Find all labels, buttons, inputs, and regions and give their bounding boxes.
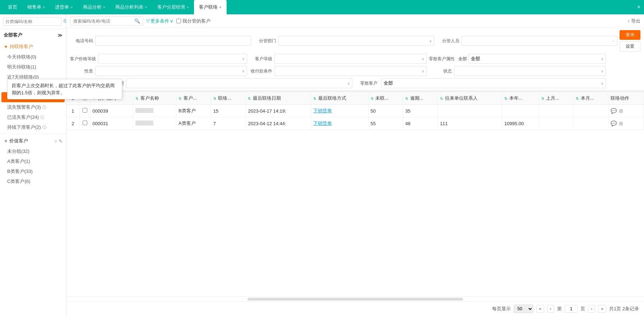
row-checkbox-1[interactable] xyxy=(83,121,87,125)
my-customers-checkbox[interactable]: 我分管的客户 xyxy=(176,18,210,24)
export-button[interactable]: ↑ 导出 xyxy=(628,18,641,24)
phone-input[interactable] xyxy=(95,36,251,46)
nav-close-sales[interactable]: × xyxy=(43,5,45,9)
filter-scatter-attr-cell: 零散客户属性 全部 全部 ∨ xyxy=(429,54,606,64)
nav-goods-list[interactable]: 商品分析列表 × xyxy=(110,0,152,14)
value-settings-icon[interactable]: ✎ xyxy=(59,138,62,144)
cell-last-method-1: 下销货单 xyxy=(311,117,368,130)
sidebar-search-input[interactable] xyxy=(3,17,62,26)
sidebar-search-icon[interactable]: 🔍 xyxy=(63,19,66,24)
price-level-label: 客户价格等级 xyxy=(70,56,98,62)
sort-icon-last-month: ⇅ xyxy=(541,96,544,100)
sidebar-churned[interactable]: 已流失客户(24) ⓘ xyxy=(0,112,66,122)
nav-close-customer-contact[interactable]: × xyxy=(219,5,221,9)
nature-select[interactable]: ∨ xyxy=(95,66,247,76)
last-method-link-0[interactable]: 下销货单 xyxy=(313,108,332,113)
nav-purchase[interactable]: 进货单 × xyxy=(50,0,78,14)
nav-home[interactable]: 首页 xyxy=(3,0,22,14)
content-area: 🔍 ▽ 更多条件 ∨ 我分管的客户 ↑ 导出 电话号码 xyxy=(66,14,644,316)
payment-select[interactable]: ∨ xyxy=(274,66,426,76)
row-checkbox-0[interactable] xyxy=(83,108,87,113)
sidebar-a-class[interactable]: A类客户(1) xyxy=(0,156,66,166)
sidebar-all-customers[interactable]: 全部客户 ≫ xyxy=(0,29,66,41)
action-more-0[interactable]: ⊞ xyxy=(619,108,623,114)
level-select[interactable]: ∨ xyxy=(274,54,426,64)
per-page-select[interactable]: 50 100 200 xyxy=(514,305,533,313)
pagination-bar: 每页显示 50 100 200 « ‹ 第 页 › » 共1页 2条记录 xyxy=(66,301,644,316)
cell-overdue-0: 35 xyxy=(403,105,438,117)
col-level: ⇅ 客户... xyxy=(176,92,211,105)
last-method-link-1[interactable]: 下销货单 xyxy=(313,121,332,126)
filter-payment-cell: 收付款条件 ∨ xyxy=(249,66,426,76)
dept-select[interactable]: ∨ xyxy=(278,36,434,46)
sidebar-divider xyxy=(0,134,66,134)
filter-search-input[interactable] xyxy=(73,19,134,24)
sidebar-value-group[interactable]: ▼ 价值客户 ○ ✎ xyxy=(0,136,66,146)
sidebar: 🔍 全部客户 ≫ ▼ 待联络客户 今天待联络(0) 明天待联络(1) 近7天待联… xyxy=(0,14,66,316)
sidebar-collapse-icon[interactable]: ≫ xyxy=(57,33,62,38)
cell-num-1: 2 xyxy=(66,117,79,130)
sort-icon-uncontacted: ⇅ xyxy=(371,96,374,100)
sidebar-search-bar: 🔍 xyxy=(0,14,66,29)
filter-search-box: 🔍 xyxy=(70,16,143,25)
cell-code-1: 000031 xyxy=(90,117,133,130)
first-page-btn[interactable]: « xyxy=(536,305,545,313)
action-chat-1[interactable]: 💬 xyxy=(611,121,617,126)
filter-status-cell: 状态 ∨ xyxy=(429,66,606,76)
scatter-attr-select[interactable]: 全部 ∨ xyxy=(468,54,606,64)
sidebar-declining[interactable]: 持续下滑客户(2) ⓘ xyxy=(0,122,66,132)
filter-search-icon[interactable]: 🔍 xyxy=(134,18,140,24)
price-level-select[interactable]: ∨ xyxy=(98,54,247,64)
col-last-month: ⇅ 上月... xyxy=(539,92,574,105)
more-filters-btn[interactable]: ▽ 更多条件 ∨ xyxy=(146,18,173,24)
page-label: 第 xyxy=(557,306,562,312)
action-chat-0[interactable]: 💬 xyxy=(611,108,617,114)
sidebar-pending-section[interactable]: ▼ 待联络客户 xyxy=(0,41,66,52)
query-button[interactable]: 查询 xyxy=(620,30,640,40)
cell-last-date-0: 2023-04-17 14:19: xyxy=(246,105,311,117)
nav-close-goods-analysis[interactable]: × xyxy=(103,5,105,9)
filter-dept-cell: 分管部门 ∨ xyxy=(253,36,434,46)
main-layout: 🔍 全部客户 ≫ ▼ 待联络客户 今天待联络(0) 明天待联络(1) 近7天待联… xyxy=(0,14,644,316)
scatter-select[interactable]: 全部 ∨ xyxy=(381,78,606,88)
sort-icon-name: ⇅ xyxy=(135,96,138,100)
nav-close-goods-list[interactable]: × xyxy=(145,5,147,9)
type-select[interactable]: ∨ xyxy=(126,78,352,88)
next-page-btn[interactable]: › xyxy=(588,305,595,313)
action-more-1[interactable]: ⊞ xyxy=(619,121,623,126)
nav-sales[interactable]: 销售单 × xyxy=(22,0,50,14)
cell-action-0: 💬 ⊞ xyxy=(608,105,644,117)
sidebar-c-class[interactable]: C类客户(6) xyxy=(0,176,66,187)
sidebar-churn-warning[interactable]: 流失预警客户(3) ⓘ xyxy=(0,102,66,112)
horizontal-scrollbar[interactable] xyxy=(66,296,644,301)
cell-name-0 xyxy=(133,105,176,117)
level-arrow: ∨ xyxy=(422,57,424,61)
chevron-down-icon: ∨ xyxy=(170,18,173,24)
scatter-arrow: ∨ xyxy=(601,81,603,85)
tooltip-box: 距客户上次交易时长，超过了此客户的平均交易周期的1.5倍，则视为异常。 xyxy=(7,79,66,99)
sidebar-b-class[interactable]: B类客户(33) xyxy=(0,166,66,176)
sidebar-today[interactable]: 今天待联络(0) xyxy=(0,52,66,62)
nav-customer-tier[interactable]: 客户分层经营 × xyxy=(152,0,194,14)
status-select[interactable]: ∨ xyxy=(454,66,606,76)
value-edit-icon[interactable]: ○ xyxy=(54,138,57,144)
page-number-input[interactable] xyxy=(565,305,578,313)
sort-icon-this-year: ⇅ xyxy=(504,96,507,100)
prev-page-btn[interactable]: ‹ xyxy=(547,305,554,313)
cell-last-month-1 xyxy=(539,117,574,130)
per-page-label: 每页显示 xyxy=(492,306,511,312)
my-customers-check[interactable] xyxy=(176,19,181,23)
nav-goods-analysis[interactable]: 商品分析 × xyxy=(78,0,110,14)
nav-customer-contact[interactable]: 客户联络 × xyxy=(194,0,226,14)
last-page-btn[interactable]: » xyxy=(598,305,606,313)
sidebar-ungroup[interactable]: 未分组(32) xyxy=(0,146,66,156)
nav-close-purchase[interactable]: × xyxy=(70,5,73,9)
nav-close-all[interactable]: × xyxy=(637,4,640,10)
churned-info-icon: ⓘ xyxy=(40,115,44,120)
settings-button[interactable]: 设置 xyxy=(620,41,640,52)
sort-icon-contact-person: ⇅ xyxy=(440,96,443,100)
person-select[interactable]: ··· xyxy=(462,36,617,46)
nav-close-customer-tier[interactable]: × xyxy=(187,5,189,9)
sidebar-tomorrow[interactable]: 明天待联络(1) xyxy=(0,62,66,72)
status-arrow: ∨ xyxy=(601,69,603,73)
